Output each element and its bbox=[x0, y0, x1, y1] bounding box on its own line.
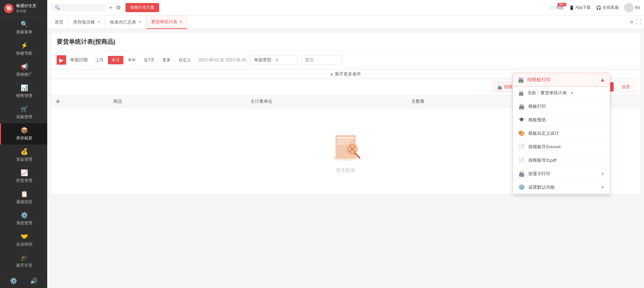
tab-order-summary[interactable]: 要货单统计表 ✕ bbox=[146, 15, 187, 29]
sidebar-item-label: 搜索菜单 bbox=[16, 29, 32, 35]
sidebar-item-label: 资金管理 bbox=[16, 157, 32, 162]
sidebar-item-inventory[interactable]: 📦 库存核算 bbox=[0, 123, 47, 145]
topbar-search-box[interactable]: 🔍 bbox=[51, 4, 105, 11]
dropdown-item-template-print[interactable]: 🖨️ 模板打印 bbox=[513, 100, 610, 113]
sidebar-item-quick-nav[interactable]: ⚡ 快捷导航 bbox=[0, 38, 47, 60]
date-btn-current[interactable]: 本月 bbox=[108, 56, 123, 64]
empty-illustration bbox=[325, 128, 366, 162]
dropdown-item-template-preview[interactable]: 👁️ 模板预览 bbox=[513, 113, 610, 127]
sidebar-nav: 🔍 搜索菜单 ⚡ 快捷导航 📢 营销推广 📊 销售管理 🛒 采购管理 📦 库存核… bbox=[0, 17, 47, 274]
tab-receivable-summary[interactable]: 收发存汇总表 ✕ bbox=[105, 15, 146, 29]
app-download-icon: 📱 bbox=[569, 5, 574, 10]
settings-bottom-icon[interactable]: ⚙️ bbox=[10, 277, 17, 285]
page-title: 要货单统计表(按商品) bbox=[57, 38, 115, 45]
dropdown-current-item[interactable]: 🖨️ 当前：要货单统计表 ▼ bbox=[513, 87, 610, 100]
current-template-icon: 🖨️ bbox=[518, 90, 524, 96]
order-goods-input[interactable]: 要货 bbox=[301, 55, 342, 65]
display-print-arrow-icon: ▼ bbox=[601, 172, 605, 176]
topbar-gear-icon[interactable]: ⚙ bbox=[116, 4, 121, 11]
sidebar-logo: 畅 畅通好生意 标准版 bbox=[0, 0, 47, 17]
current-arrow-icon: ▼ bbox=[570, 91, 574, 95]
trial-button[interactable]: 体验行业方案 bbox=[125, 3, 159, 12]
tab-inventory-batch[interactable]: 库存批次账 ✕ bbox=[68, 15, 105, 29]
display-print-icon: 🖨️ bbox=[518, 170, 525, 177]
default-func-label: 设置默认功能 bbox=[528, 184, 597, 190]
filter-collapse-btn[interactable]: ▶ bbox=[57, 55, 66, 65]
sidebar-item-finance[interactable]: 💰 资金管理 bbox=[0, 145, 47, 166]
tabs-right-actions: ✕ ⛶ bbox=[630, 19, 641, 25]
purchase-icon: 🛒 bbox=[21, 105, 28, 113]
tab-close-all-icon[interactable]: ✕ bbox=[630, 19, 634, 25]
col-settings[interactable]: ⚙ bbox=[51, 95, 65, 108]
dropdown-print-icon: 🖨️ bbox=[518, 76, 524, 83]
date-btn-recent7[interactable]: 近7天 bbox=[140, 56, 158, 64]
dropdown-item-default-func[interactable]: ⚙️ 设置默认功能 ▼ bbox=[513, 181, 610, 194]
dropdown-item-template-pdf[interactable]: 📄 按模板导出pdf bbox=[513, 154, 610, 167]
default-func-arrow-icon: ▼ bbox=[601, 185, 605, 189]
tab-home[interactable]: 首页 bbox=[50, 15, 68, 29]
sidebar-item-sales[interactable]: 📊 销售管理 bbox=[0, 81, 47, 102]
template-preview-icon: 👁️ bbox=[518, 117, 525, 123]
topbar-chevron-icon[interactable]: ▼ bbox=[109, 5, 113, 10]
expand-label: 展开更多条件 bbox=[335, 71, 361, 77]
sidebar-item-marketing[interactable]: 📢 营销推广 bbox=[0, 60, 47, 81]
table-settings-icon[interactable]: ⚙ bbox=[56, 99, 60, 104]
username-label: Rit bbox=[635, 5, 640, 10]
sidebar-item-system[interactable]: ⚙️ 系统管理 bbox=[0, 208, 47, 229]
dropdown-collapse-btn[interactable]: ▲ bbox=[600, 77, 605, 83]
dropdown-header: 🖨️ 按模板打印 ▲ bbox=[513, 73, 610, 87]
page-header: 要货单统计表(按商品) bbox=[51, 33, 640, 51]
tab-inventory-batch-label: 库存批次账 bbox=[73, 19, 95, 25]
operations-icon: 📈 bbox=[21, 169, 28, 177]
date-btn-custom[interactable]: 自定义 bbox=[175, 56, 195, 64]
dropdown-title-label: 按模板打印 bbox=[527, 77, 551, 83]
sidebar: 畅 畅通好生意 标准版 🔍 搜索菜单 ⚡ 快捷导航 📢 营销推广 📊 销售管理 … bbox=[0, 0, 47, 288]
sidebar-item-base[interactable]: 📋 基础信息 bbox=[0, 187, 47, 208]
main-content: 要货单统计表(按商品) ▶ 单据日期 上月 本月 本年 近7天 更多 自定义 2… bbox=[47, 29, 644, 288]
sound-bottom-icon[interactable]: 🔊 bbox=[30, 277, 37, 285]
settings-button[interactable]: 设置 bbox=[617, 82, 635, 92]
sidebar-item-label: 采购管理 bbox=[16, 114, 32, 120]
online-service-label: 在线客服 bbox=[603, 5, 619, 10]
current-template-label: 当前：要货单统计表 bbox=[527, 90, 567, 96]
display-print-label: 按显示打印 bbox=[528, 171, 597, 177]
tab-order-summary-close[interactable]: ✕ bbox=[179, 20, 182, 24]
doc-type-select[interactable]: 单据类型 ▼ bbox=[250, 55, 297, 65]
tab-home-label: 首页 bbox=[55, 19, 63, 25]
dropdown-item-template-excel[interactable]: 📄 按模板导出excel bbox=[513, 140, 610, 154]
tab-bar: 首页 库存批次账 ✕ 收发存汇总表 ✕ 要货单统计表 ✕ ✕ ⛶ bbox=[47, 15, 644, 29]
app-download-button[interactable]: 📱 App下载 bbox=[569, 5, 591, 10]
topbar: 🔍 ▼ ⚙ 体验行业方案 ✉️ 消息 99+ 📱 App下载 🎧 在线客服 Ri… bbox=[47, 0, 644, 15]
date-btn-more[interactable]: 更多 bbox=[159, 56, 174, 64]
online-service-button[interactable]: 🎧 在线客服 bbox=[596, 5, 619, 10]
svg-rect-2 bbox=[337, 137, 354, 139]
svg-rect-3 bbox=[337, 140, 351, 142]
tab-maximize-icon[interactable]: ⛶ bbox=[636, 19, 641, 25]
dropdown-item-display-print[interactable]: 🖨️ 按显示打印 ▼ bbox=[513, 167, 610, 181]
search-input[interactable] bbox=[62, 5, 96, 10]
dropdown-item-template-custom[interactable]: 🎨 模板自定义设计 bbox=[513, 127, 610, 140]
date-btn-year[interactable]: 本年 bbox=[124, 56, 140, 64]
date-btn-prev[interactable]: 上月 bbox=[92, 56, 107, 64]
collab-icon: 🤝 bbox=[21, 233, 28, 240]
sidebar-item-collab[interactable]: 🤝 企业协同 bbox=[0, 229, 47, 251]
marketing-icon: 📢 bbox=[21, 63, 28, 70]
print-dropdown-menu: 🖨️ 按模板打印 ▲ 🖨️ 当前：要货单统计表 ▼ 🖨️ 模板打印 👁️ 模板预… bbox=[513, 73, 610, 194]
messages-button[interactable]: ✉️ 消息 99+ bbox=[549, 5, 564, 10]
sidebar-item-operations[interactable]: 📈 经营管理 bbox=[0, 166, 47, 187]
svg-rect-4 bbox=[337, 143, 349, 145]
col-goods: 商品 bbox=[65, 95, 170, 108]
tab-inventory-batch-close[interactable]: ✕ bbox=[97, 20, 100, 24]
message-icon: ✉️ bbox=[549, 5, 554, 10]
main-area: 🔍 ▼ ⚙ 体验行业方案 ✉️ 消息 99+ 📱 App下载 🎧 在线客服 Ri… bbox=[47, 0, 644, 288]
user-avatar-button[interactable]: Rit bbox=[624, 3, 640, 12]
tab-receivable-summary-close[interactable]: ✕ bbox=[138, 20, 141, 24]
date-filter-label: 单据日期 bbox=[70, 57, 88, 63]
quick-nav-icon: ⚡ bbox=[21, 42, 28, 49]
sidebar-item-label: 基础信息 bbox=[16, 199, 32, 205]
sidebar-item-label: 销售管理 bbox=[16, 93, 32, 99]
sidebar-item-guide[interactable]: 🎓 新手引导 bbox=[0, 251, 47, 272]
default-func-icon: ⚙️ bbox=[518, 184, 525, 190]
sidebar-item-search[interactable]: 🔍 搜索菜单 bbox=[0, 17, 47, 38]
sidebar-item-purchase[interactable]: 🛒 采购管理 bbox=[0, 102, 47, 123]
